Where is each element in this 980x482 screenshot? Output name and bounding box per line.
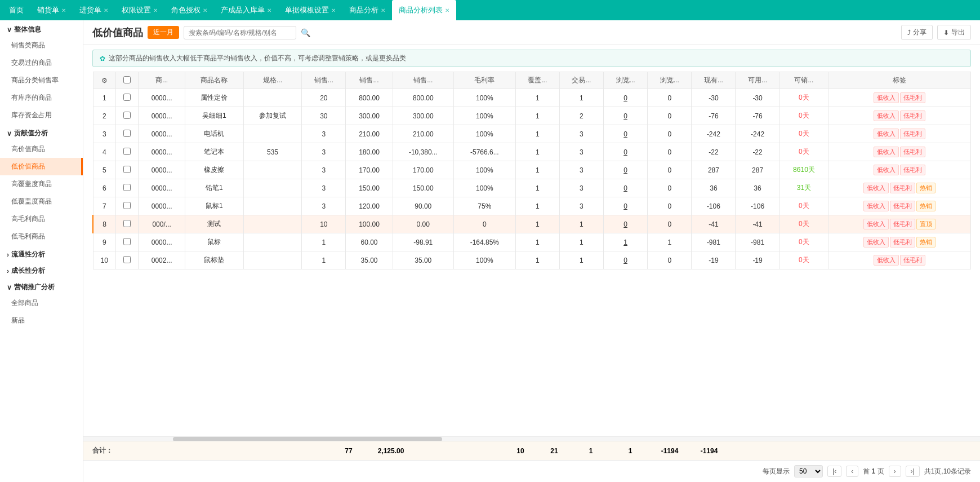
sidebar-item-high-value[interactable]: 高价值商品 [0,140,83,158]
sidebar-item-low-margin[interactable]: 低毛利商品 [0,228,83,245]
page-size-select[interactable]: 50 100 200 [794,465,823,477]
nav-template-close[interactable]: ✕ [331,7,336,14]
cell-checkbox[interactable] [116,107,139,125]
row-checkbox[interactable] [123,256,131,263]
row-checkbox[interactable] [123,112,131,119]
sidebar-item-stock-products[interactable]: 有库序的商品 [0,89,83,107]
share-button[interactable]: ⤴ 分享 [901,25,933,40]
nav-permission[interactable]: 权限设置 ✕ [115,0,164,20]
col-coverage[interactable]: 覆盖... [515,72,559,89]
browse1-link[interactable]: 0 [623,112,627,120]
row-checkbox[interactable] [123,94,131,101]
sidebar-item-traded-products[interactable]: 交易过的商品 [0,54,83,72]
search-input[interactable] [184,26,296,39]
col-tags[interactable]: 标签 [828,72,971,89]
col-code[interactable]: 商... [139,72,185,89]
row-checkbox[interactable] [123,202,131,209]
first-page-button[interactable]: |‹ [827,466,841,477]
sidebar-group-overall[interactable]: ∨ 整体信息 [0,20,83,37]
select-all-checkbox[interactable] [123,76,131,83]
search-icon[interactable]: 🔍 [301,28,310,37]
col-browse2[interactable]: 浏览... [648,72,692,89]
cell-browse1[interactable]: 1 [604,233,648,251]
cell-browse1[interactable]: 0 [604,89,648,107]
nav-analysis-close[interactable]: ✕ [381,7,385,14]
browse1-link[interactable]: 0 [623,130,627,138]
cell-browse1[interactable]: 0 [604,107,648,125]
sidebar-item-high-coverage[interactable]: 高覆盖度商品 [0,175,83,193]
cell-checkbox[interactable] [116,197,139,215]
date-filter-button[interactable]: 近一月 [148,26,179,39]
cell-checkbox[interactable] [116,179,139,197]
browse1-link[interactable]: 0 [623,202,627,210]
nav-permission-close[interactable]: ✕ [153,7,158,14]
cell-browse1[interactable]: 0 [604,143,648,161]
row-checkbox[interactable] [123,148,131,155]
cell-browse1[interactable]: 0 [604,197,648,215]
nav-production[interactable]: 产成品入库单 ✕ [214,0,278,20]
col-sales1[interactable]: 销售... [302,72,346,89]
sidebar-item-high-margin[interactable]: 高毛利商品 [0,210,83,228]
sidebar-item-sales-products[interactable]: 销售类商品 [0,37,83,54]
cell-browse1[interactable]: 0 [604,161,648,179]
nav-purchase[interactable]: 进货单 ✕ [73,0,115,20]
col-browse1[interactable]: 浏览... [604,72,648,89]
browse1-link[interactable]: 0 [623,148,627,156]
cell-checkbox[interactable] [116,251,139,269]
browse1-link[interactable]: 0 [623,184,627,192]
sidebar-item-inventory-capital[interactable]: 库存资金占用 [0,107,83,124]
cell-browse1[interactable]: 0 [604,251,648,269]
sidebar-item-low-value[interactable]: 低价值商品 [0,158,83,175]
browse1-link[interactable]: 0 [623,257,627,264]
row-checkbox[interactable] [123,184,131,191]
col-sales3[interactable]: 销售... [393,72,453,89]
row-checkbox[interactable] [123,130,131,137]
nav-purchase-close[interactable]: ✕ [104,7,108,14]
next-page-button[interactable]: › [889,466,901,477]
sidebar-group-contribution[interactable]: ∨ 贡献值分析 [0,124,83,140]
nav-sales[interactable]: 销货单 ✕ [30,0,73,20]
export-button[interactable]: ⬇ 导出 [937,25,971,40]
col-checkbox-all[interactable] [116,72,139,89]
sidebar-group-growth[interactable]: › 成长性分析 [0,262,83,278]
sidebar-group-circulation[interactable]: › 流通性分析 [0,245,83,262]
cell-checkbox[interactable] [116,161,139,179]
col-stock[interactable]: 现有... [692,72,736,89]
nav-sales-close[interactable]: ✕ [61,7,66,14]
nav-analysis-list[interactable]: 商品分析列表 ✕ [392,0,456,20]
browse1-link[interactable]: 0 [623,220,627,228]
last-page-button[interactable]: ›| [906,466,920,477]
browse1-link[interactable]: 0 [623,166,627,174]
col-sales2[interactable]: 销售... [346,72,393,89]
cell-checkbox[interactable] [116,215,139,233]
cell-checkbox[interactable] [116,89,139,107]
col-name[interactable]: 商品名称 [185,72,244,89]
nav-template[interactable]: 单据模板设置 ✕ [278,0,342,20]
col-spec[interactable]: 规格... [243,72,302,89]
cell-checkbox[interactable] [116,233,139,251]
row-checkbox[interactable] [123,166,131,173]
browse1-link[interactable]: 0 [623,94,627,102]
nav-role-close[interactable]: ✕ [203,7,207,14]
col-saleable[interactable]: 可销... [779,72,828,89]
cell-browse1[interactable]: 0 [604,179,648,197]
col-settings[interactable]: ⚙ [93,72,116,89]
cell-checkbox[interactable] [116,143,139,161]
cell-browse1[interactable]: 0 [604,215,648,233]
cell-checkbox[interactable] [116,125,139,143]
sidebar-item-all-products[interactable]: 全部商品 [0,294,83,312]
nav-production-close[interactable]: ✕ [267,7,271,14]
nav-home[interactable]: 首页 [2,0,30,20]
browse1-link[interactable]: 1 [623,238,627,246]
cell-browse1[interactable]: 0 [604,125,648,143]
col-trade[interactable]: 交易... [559,72,603,89]
sidebar-item-category-sales[interactable]: 商品分类销售率 [0,72,83,89]
sidebar-group-marketing[interactable]: ∨ 营销推广分析 [0,278,83,294]
sidebar-item-new-products[interactable]: 新品 [0,312,83,329]
prev-page-button[interactable]: ‹ [846,466,858,477]
nav-role[interactable]: 角色授权 ✕ [164,0,214,20]
row-checkbox[interactable] [123,238,131,245]
nav-analysis[interactable]: 商品分析 ✕ [342,0,392,20]
col-gross-rate[interactable]: 毛利率 [453,72,515,89]
horizontal-scrollbar[interactable] [83,436,980,441]
